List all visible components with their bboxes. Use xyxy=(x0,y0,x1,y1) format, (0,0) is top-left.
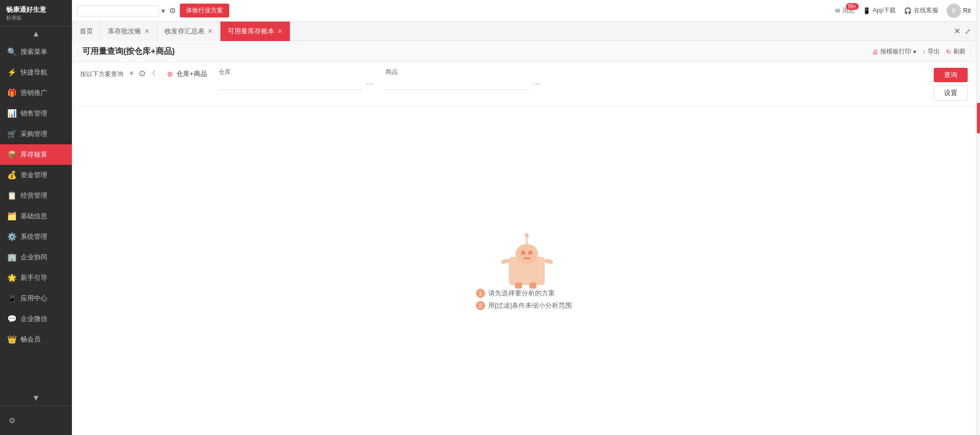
topbar-gear-button[interactable]: ⚙ xyxy=(169,6,176,15)
svg-rect-8 xyxy=(529,282,537,289)
app-download-group[interactable]: 📱 App下载 xyxy=(863,6,896,15)
scrollbar-thumb[interactable] xyxy=(977,103,980,134)
tab-available[interactable]: 可用量库存账本✕ xyxy=(220,22,290,41)
sidebar-item-settings[interactable]: ⚙ xyxy=(0,410,72,431)
settings-bottom-icon: ⚙ xyxy=(7,416,16,425)
enterprise-icon: 🏢 xyxy=(7,253,16,262)
sidebar-item-marketing[interactable]: 🎁 营销推广 xyxy=(0,83,72,103)
topbar-search-area: ▾ xyxy=(77,5,165,16)
goods-input[interactable] xyxy=(385,78,529,90)
sidebar-item-finance[interactable]: 💰 资金管理 xyxy=(0,165,72,185)
goods-more-button[interactable]: ··· xyxy=(531,79,542,88)
warehouse-label: 仓库 xyxy=(218,68,375,77)
svg-point-10 xyxy=(525,233,529,237)
print-button[interactable]: 🖨 按模板打印 ▾ xyxy=(872,47,916,56)
sidebar-item-inventory[interactable]: 📦 库存核算 xyxy=(0,144,72,165)
inventory-icon: 📦 xyxy=(7,150,16,159)
sidebar-item-operation[interactable]: 📋 经营管理 xyxy=(0,185,72,206)
tab-label-available: 可用量库存账本 xyxy=(228,27,274,36)
message-icon-group[interactable]: ✉ 消息 99+ xyxy=(835,6,855,15)
empty-illustration xyxy=(498,231,550,282)
logo-sub: 标准版 xyxy=(6,14,66,22)
print-label: 按模板打印 xyxy=(880,47,911,56)
export-button[interactable]: ↑ 导出 xyxy=(922,47,940,56)
print-dropdown-icon: ▾ xyxy=(913,48,916,55)
main-area: ▾ ⚙ 体验行业方案 ✉ 消息 99+ 📱 App下载 🎧 在线客服 R R xyxy=(72,0,976,435)
collapse-filter-button[interactable]: 《 xyxy=(149,69,156,78)
settings-button[interactable]: 设置 xyxy=(934,85,968,101)
sidebar-item-label-newbie: 新手引导 xyxy=(21,273,47,282)
tab-close-batch[interactable]: ✕ xyxy=(144,28,150,35)
tabbar-actions: ✕ ⤢ xyxy=(954,26,976,36)
refresh-button[interactable]: ↻ 刷新 xyxy=(946,47,966,56)
sidebar-item-quicknav[interactable]: ⚡ 快捷导航 xyxy=(0,62,72,83)
search-input[interactable] xyxy=(77,5,159,16)
sidebar-item-label-search: 搜索菜单 xyxy=(21,47,47,56)
query-button[interactable]: 查询 xyxy=(934,68,968,82)
manage-scheme-button[interactable]: ⊙ xyxy=(139,68,145,78)
online-service-group[interactable]: 🎧 在线客服 xyxy=(904,6,938,15)
page-header-actions: 🖨 按模板打印 ▾ ↑ 导出 ↻ 刷新 xyxy=(872,47,966,56)
headset-icon: 🎧 xyxy=(904,7,912,14)
sidebar-scroll-area: 🔍 搜索菜单 ⚡ 快捷导航 🎁 营销推广 📊 销售管理 🛒 采购管理 📦 库存核… xyxy=(0,42,72,390)
sidebar-scroll-up-button[interactable]: ▲ xyxy=(0,26,72,42)
export-icon: ↑ xyxy=(922,48,926,55)
refresh-icon: ↻ xyxy=(946,48,951,55)
scheme-item-warehouse-goods[interactable]: ⊛ 仓库+商品 xyxy=(164,68,210,80)
svg-rect-7 xyxy=(515,282,522,289)
right-scrollbar[interactable] xyxy=(976,0,980,435)
industry-solution-button[interactable]: 体验行业方案 xyxy=(180,4,229,17)
sidebar-item-wechat[interactable]: 💬 企业微信 xyxy=(0,309,72,329)
sidebar-item-sales[interactable]: 📊 销售管理 xyxy=(0,103,72,124)
sidebar: 畅康通好生意 标准版 ▲ 🔍 搜索菜单 ⚡ 快捷导航 🎁 营销推广 📊 销售管理… xyxy=(0,0,72,435)
svg-rect-6 xyxy=(544,258,553,264)
warehouse-input[interactable] xyxy=(218,78,362,90)
filter-fields: 仓库 ··· 商品 ··· xyxy=(218,68,926,90)
sidebar-item-label-enterprise: 企业协同 xyxy=(21,253,47,262)
sidebar-scroll-down-button[interactable]: ▼ xyxy=(0,390,72,406)
add-scheme-button[interactable]: ＋ xyxy=(127,68,136,79)
quicknav-icon: ⚡ xyxy=(7,68,16,77)
sidebar-item-appcenter[interactable]: 📱 应用中心 xyxy=(0,288,72,309)
filter-section: 按以下方案查询 ＋ ⊙ 《 ⊛ 仓库+商品 仓库 xyxy=(72,63,976,106)
warehouse-more-button[interactable]: ··· xyxy=(364,79,375,88)
sidebar-item-basic[interactable]: 🗂️ 基础信息 xyxy=(0,206,72,226)
sidebar-item-label-basic: 基础信息 xyxy=(21,212,47,221)
goods-label: 商品 xyxy=(385,68,542,77)
hint-num-1: 1 xyxy=(476,289,485,298)
svg-rect-4 xyxy=(523,257,530,259)
expand-tab-button[interactable]: ⤢ xyxy=(965,27,971,35)
tab-close-available[interactable]: ✕ xyxy=(278,28,283,35)
purchase-icon: 🛒 xyxy=(7,129,16,139)
sidebar-item-enterprise[interactable]: 🏢 企业协同 xyxy=(0,247,72,268)
sidebar-item-vip[interactable]: 👑 畅会员 xyxy=(0,329,72,350)
goods-filter-field: 商品 ··· xyxy=(385,68,542,90)
sidebar-item-label-wechat: 企业微信 xyxy=(21,314,47,324)
tab-summary[interactable]: 收发存汇总表✕ xyxy=(157,22,220,41)
logo-title: 畅康通好生意 xyxy=(6,5,66,14)
avatar: R xyxy=(947,4,961,18)
sidebar-item-search[interactable]: 🔍 搜索菜单 xyxy=(0,42,72,62)
search-dropdown-button[interactable]: ▾ xyxy=(161,7,165,15)
sidebar-item-purchase[interactable]: 🛒 采购管理 xyxy=(0,124,72,144)
appcenter-icon: 📱 xyxy=(7,294,16,303)
close-all-tabs-button[interactable]: ✕ xyxy=(954,26,960,36)
tab-close-summary[interactable]: ✕ xyxy=(208,28,213,35)
page-header: 可用量查询(按仓库+商品) 🖨 按模板打印 ▾ ↑ 导出 ↻ 刷新 xyxy=(72,41,976,63)
filter-scheme-label: 按以下方案查询 xyxy=(80,68,123,79)
user-avatar-group[interactable]: R Rit xyxy=(947,4,971,18)
filter-scheme-list: ⊛ 仓库+商品 xyxy=(164,68,210,80)
sidebar-item-label-finance: 资金管理 xyxy=(21,171,47,180)
empty-hint-2: 2 用[过滤]条件来缩小分析范围 xyxy=(476,301,572,310)
sidebar-item-label-appcenter: 应用中心 xyxy=(21,294,47,303)
username-label: Rit xyxy=(963,7,971,14)
sidebar-bottom: ⚙ xyxy=(0,406,72,435)
sidebar-item-label-vip: 畅会员 xyxy=(21,335,41,344)
tab-home[interactable]: 首页 xyxy=(72,22,101,41)
sidebar-item-system[interactable]: ⚙️ 系统管理 xyxy=(0,226,72,247)
tab-batch[interactable]: 库存批次账✕ xyxy=(101,22,157,41)
tab-label-summary: 收发存汇总表 xyxy=(164,27,205,36)
sidebar-item-newbie[interactable]: 🌟 新手引导 xyxy=(0,268,72,288)
app-download-label: App下载 xyxy=(873,6,896,15)
export-label: 导出 xyxy=(928,47,940,56)
